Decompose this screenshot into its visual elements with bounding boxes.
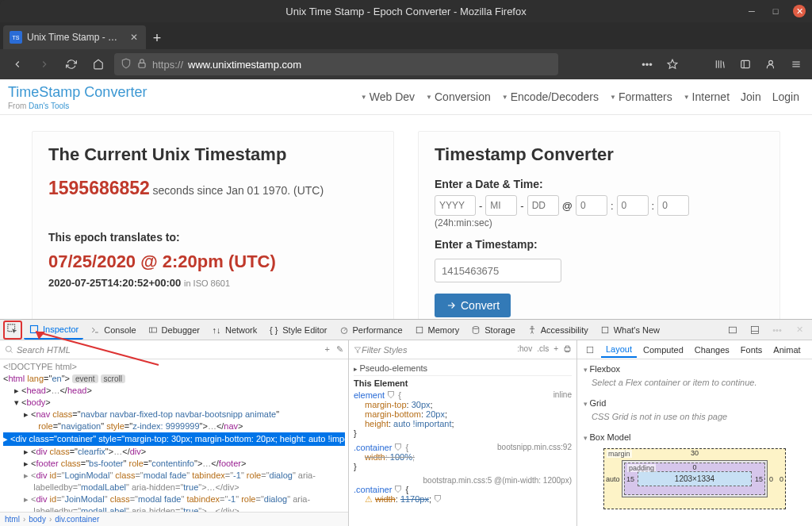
year-input[interactable]: [435, 195, 476, 216]
window-close-icon[interactable]: ✕: [793, 5, 806, 17]
library-icon[interactable]: [710, 55, 730, 74]
layout-panel: Layout Computed Changes Fonts Animat Fle…: [577, 340, 812, 526]
url-host: www.unixtimestamp.com: [188, 59, 301, 71]
hov-button[interactable]: :hov: [517, 344, 532, 355]
sidebar-icon[interactable]: [736, 55, 755, 74]
html-search[interactable]: Search HTML + ✎: [0, 340, 348, 359]
tab-network[interactable]: ↑↓Network: [206, 321, 262, 339]
tab-accessibility[interactable]: Accessibility: [522, 321, 593, 339]
ts-label: Enter a Timestamp:: [435, 238, 764, 251]
minute-input[interactable]: [617, 195, 649, 216]
nav-internet[interactable]: ▼Internet: [679, 84, 734, 109]
favicon-icon: TS: [10, 31, 22, 44]
svg-rect-0: [139, 63, 145, 67]
month-input[interactable]: [485, 195, 517, 216]
devtools-dock-icon[interactable]: [745, 321, 764, 340]
dom-tree[interactable]: <!DOCTYPE html> <html lang="en"> event s…: [0, 359, 348, 512]
current-timestamp-panel: The Current Unix Timestamp 1595686852 se…: [32, 131, 394, 319]
html-tree-panel: Search HTML + ✎ <!DOCTYPE html> <html la…: [0, 340, 349, 526]
tab-memory[interactable]: Memory: [409, 321, 465, 339]
print-sim-icon[interactable]: [563, 344, 572, 355]
svg-point-4: [769, 60, 773, 64]
day-input[interactable]: [527, 195, 559, 216]
account-icon[interactable]: [761, 55, 780, 74]
dans-tools-link[interactable]: Dan's Tools: [29, 102, 69, 110]
convert-button[interactable]: Convert: [435, 294, 511, 317]
svg-point-19: [6, 346, 11, 351]
brand-subtitle: From Dan's Tools: [8, 102, 147, 110]
tab-storage[interactable]: Storage: [465, 321, 520, 339]
devtools-panel: Inspector Console Debugger ↑↓Network { }…: [0, 319, 812, 526]
tab-performance[interactable]: Performance: [334, 321, 408, 339]
window-maximize-icon[interactable]: □: [769, 5, 782, 17]
svg-rect-10: [149, 328, 156, 332]
menu-icon[interactable]: [787, 55, 806, 74]
styles-filter[interactable]: Filter Styles :hov .cls +: [349, 340, 576, 359]
flexbox-section[interactable]: Flexbox: [584, 363, 806, 375]
time-hint: (24h:min:sec): [435, 217, 764, 228]
home-button[interactable]: [87, 53, 109, 75]
tab-animations[interactable]: Animat: [768, 343, 805, 357]
cls-button[interactable]: .cls: [537, 344, 549, 355]
nav-formatters[interactable]: ▼Formatters: [605, 84, 677, 109]
more-icon[interactable]: •••: [638, 55, 657, 74]
nav-encode[interactable]: ▼Encode/Decoders: [497, 84, 603, 109]
devtools-tabbar: Inspector Console Debugger ↑↓Network { }…: [0, 320, 812, 340]
tab-changes[interactable]: Changes: [690, 343, 734, 357]
hour-input[interactable]: [576, 195, 607, 216]
browser-tabbar: TS Unix Time Stamp - Epoch ✕ +: [0, 22, 812, 49]
second-input[interactable]: [657, 195, 689, 216]
add-node-icon[interactable]: +: [325, 344, 330, 355]
tab-whatsnew[interactable]: What's New: [595, 321, 665, 339]
tab-computed[interactable]: Computed: [638, 343, 688, 357]
tab-console[interactable]: Console: [85, 321, 140, 339]
tab-layout[interactable]: Layout: [601, 342, 637, 358]
converter-heading: Timestamp Converter: [435, 144, 764, 165]
tab-inspector[interactable]: Inspector: [24, 321, 83, 340]
svg-point-13: [473, 326, 480, 328]
converter-panel: Timestamp Converter Enter a Date & Time:…: [418, 131, 780, 319]
layout-prev-icon[interactable]: [580, 340, 599, 359]
tab-close-icon[interactable]: ✕: [128, 32, 140, 43]
browser-tab[interactable]: TS Unix Time Stamp - Epoch ✕: [3, 25, 146, 49]
timestamp-suffix: seconds since Jan 01 1970. (UTC): [153, 184, 324, 197]
address-bar: https://www.unixtimestamp.com •••: [0, 49, 812, 79]
devtools-close-icon[interactable]: ✕: [790, 321, 809, 340]
css-rules[interactable]: Pseudo-elements This Element element ⛉ {…: [349, 359, 576, 526]
tab-fonts[interactable]: Fonts: [736, 343, 768, 357]
timestamp-input[interactable]: [435, 259, 561, 282]
eyedropper-icon[interactable]: ✎: [336, 344, 343, 355]
nav-login[interactable]: Login: [768, 84, 804, 109]
back-button[interactable]: [6, 53, 29, 75]
new-tab-button[interactable]: +: [146, 27, 168, 49]
box-model-diagram[interactable]: margin 30 auto 0 border 0 padding 0 15: [603, 448, 786, 509]
window-minimize-icon[interactable]: ─: [745, 5, 758, 17]
dom-breadcrumb[interactable]: html› body› div.container: [0, 512, 348, 526]
tab-style-editor[interactable]: { }Style Editor: [263, 321, 331, 339]
reload-button[interactable]: [60, 53, 82, 75]
boxmodel-section[interactable]: Box Model: [584, 431, 806, 443]
styles-panel: Filter Styles :hov .cls + Pseudo-element…: [349, 340, 577, 526]
add-rule-icon[interactable]: +: [553, 344, 558, 355]
window-title: Unix Time Stamp - Epoch Converter - Mozi…: [285, 6, 526, 17]
translates-label: This epoch translates to:: [48, 231, 377, 244]
forward-button[interactable]: [33, 53, 56, 75]
svg-rect-9: [31, 325, 38, 332]
nav-webdev[interactable]: ▼Web Dev: [356, 84, 419, 109]
svg-rect-20: [565, 347, 570, 351]
url-input[interactable]: https://www.unixtimestamp.com: [114, 53, 558, 75]
brand-link[interactable]: TimeStamp Converter: [8, 84, 147, 101]
bookmark-icon[interactable]: [663, 55, 682, 74]
human-date: 07/25/2020 @ 2:20pm (UTC): [48, 251, 377, 272]
selected-dom-node: ▸ <div class="container" style="margin-t…: [3, 432, 345, 446]
element-picker-button[interactable]: [3, 321, 22, 340]
devtools-iframe-icon[interactable]: [723, 321, 742, 340]
tab-debugger[interactable]: Debugger: [143, 321, 205, 339]
nav-join[interactable]: Join: [736, 84, 766, 109]
svg-point-14: [531, 326, 533, 328]
shield-icon[interactable]: [121, 58, 132, 71]
nav-conversion[interactable]: ▼Conversion: [421, 84, 496, 109]
grid-section[interactable]: Grid: [584, 397, 806, 409]
devtools-more-icon[interactable]: •••: [768, 321, 787, 340]
iso-date: 2020-07-25T14:20:52+00:00 in ISO 8601: [48, 277, 377, 289]
